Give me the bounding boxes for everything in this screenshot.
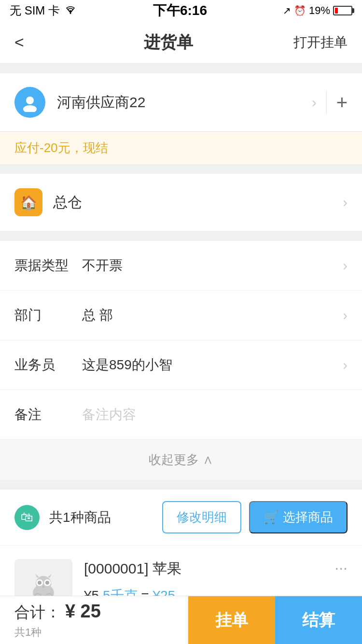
settle-button[interactable]: 结算	[275, 596, 362, 644]
section-gap-1	[0, 64, 362, 73]
product-name: [0000001] 苹果	[84, 559, 334, 579]
collapse-label: 收起更多 ∧	[149, 451, 213, 468]
nav-bar: < 进货单 打开挂单	[0, 21, 362, 64]
svg-point-0	[70, 13, 71, 14]
total-sub: 共1种	[14, 625, 174, 640]
supplier-chevron-icon: ›	[312, 94, 317, 111]
supplier-section: 河南供应商22 › + 应付-20元，现结	[0, 73, 362, 164]
bottom-total: 合计： ¥ 25 共1种	[0, 601, 188, 640]
open-hang-button[interactable]: 打开挂单	[293, 33, 348, 52]
svg-point-7	[38, 581, 42, 585]
select-product-label: 选择商品	[283, 509, 333, 526]
form-section: 票据类型 不开票 › 部门 总 部 › 业务员 这是859的小智 › 备注 备注…	[0, 241, 362, 440]
svg-marker-11	[48, 574, 52, 578]
products-header: 🛍 共1种商品 修改明细 🛒 选择商品	[0, 490, 362, 546]
product-code: [0000001]	[84, 560, 148, 576]
salesperson-chevron-icon: ›	[343, 357, 348, 373]
department-row[interactable]: 部门 总 部 ›	[0, 291, 362, 340]
page-title: 进货单	[144, 31, 193, 54]
wifi-icon	[64, 4, 77, 17]
invoice-type-row[interactable]: 票据类型 不开票 ›	[0, 241, 362, 291]
battery-text: 19%	[309, 4, 330, 17]
section-gap-3	[0, 231, 362, 241]
svg-point-1	[26, 97, 34, 104]
collapse-row[interactable]: 收起更多 ∧	[0, 440, 362, 480]
alarm-icon: ⏰	[294, 5, 306, 16]
carrier-text: 无 SIM 卡	[10, 3, 60, 18]
invoice-type-chevron-icon: ›	[343, 257, 348, 274]
supplier-avatar	[14, 87, 45, 118]
svg-point-2	[23, 105, 37, 112]
bottom-bar: 合计： ¥ 25 共1种 挂单 结算	[0, 596, 362, 644]
remark-placeholder: 备注内容	[82, 406, 348, 424]
department-value: 总 部	[82, 306, 343, 324]
status-bar: 无 SIM 卡 下午6:16 ↗ ⏰ 19%	[0, 0, 362, 21]
cart-icon: 🛍	[21, 510, 33, 525]
department-chevron-icon: ›	[343, 307, 348, 323]
warehouse-chevron-icon: ›	[343, 194, 348, 210]
total-amount: ¥ 25	[65, 601, 101, 621]
status-bar-right: ↗ ⏰ 19%	[283, 4, 352, 17]
total-label: 合计：	[14, 603, 61, 621]
select-product-button[interactable]: 🛒 选择商品	[249, 501, 348, 533]
product-more-button[interactable]: ···	[334, 559, 348, 577]
warehouse-section: 🏠 总仓 ›	[0, 174, 362, 231]
supplier-name: 河南供应商22	[57, 93, 312, 112]
remark-label: 备注	[14, 406, 82, 424]
total-main: 合计： ¥ 25	[14, 601, 174, 623]
warehouse-icon-inner: 🏠	[20, 195, 37, 210]
status-bar-left: 无 SIM 卡	[10, 3, 77, 18]
location-icon: ↗	[283, 5, 291, 16]
salesperson-row[interactable]: 业务员 这是859的小智 ›	[0, 340, 362, 390]
products-icon: 🛍	[14, 505, 40, 530]
invoice-type-label: 票据类型	[14, 256, 82, 275]
salesperson-value: 这是859的小智	[82, 356, 343, 374]
divider	[326, 90, 327, 114]
notice-bar: 应付-20元，现结	[0, 132, 362, 164]
add-supplier-button[interactable]: +	[336, 92, 348, 113]
section-gap-4	[0, 480, 362, 490]
edit-detail-button[interactable]: 修改明细	[162, 501, 241, 533]
section-gap-2	[0, 164, 362, 174]
department-label: 部门	[14, 306, 82, 324]
svg-point-8	[45, 581, 49, 585]
svg-marker-10	[35, 574, 39, 578]
invoice-type-value: 不开票	[82, 256, 343, 275]
status-bar-time: 下午6:16	[153, 1, 207, 20]
warehouse-name: 总仓	[53, 193, 343, 212]
remark-row[interactable]: 备注 备注内容	[0, 390, 362, 440]
salesperson-label: 业务员	[14, 356, 82, 374]
back-button[interactable]: <	[14, 33, 43, 52]
warehouse-icon: 🏠	[14, 188, 42, 216]
hang-button[interactable]: 挂单	[188, 596, 275, 644]
warehouse-row[interactable]: 🏠 总仓 ›	[0, 174, 362, 231]
supplier-row[interactable]: 河南供应商22 › +	[0, 73, 362, 132]
battery-icon	[333, 6, 352, 15]
products-count: 共1种商品	[49, 508, 162, 527]
product-title-name: 苹果	[153, 560, 181, 576]
cart-btn-icon: 🛒	[264, 510, 279, 525]
